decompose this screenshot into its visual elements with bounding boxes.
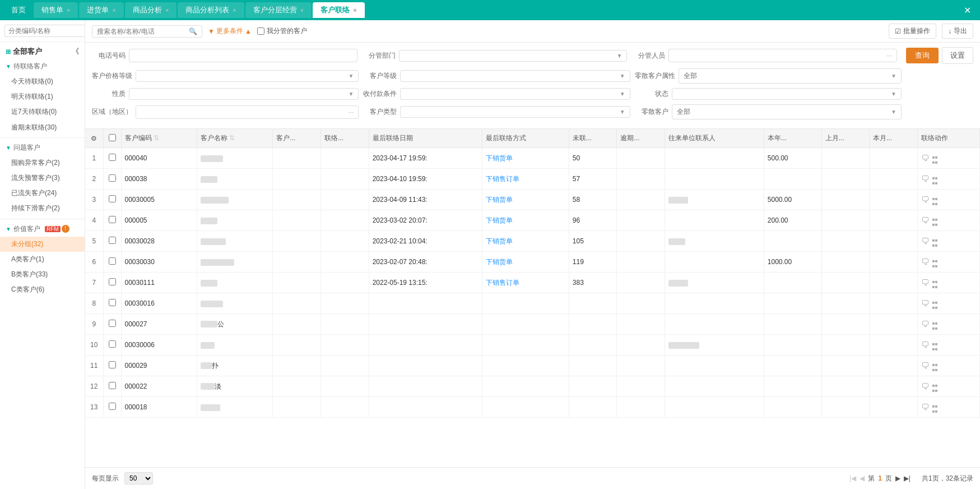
contact-phone-icon[interactable]: 🗨 bbox=[921, 278, 929, 287]
contact-phone-icon[interactable]: 🗨 bbox=[921, 257, 929, 266]
row-checkbox[interactable] bbox=[109, 154, 116, 161]
phone-input[interactable] bbox=[129, 49, 357, 62]
sidebar-item-tomorrow[interactable]: 明天待联络(1) bbox=[0, 89, 85, 104]
retail-customer-select[interactable]: 全部 ▼ bbox=[672, 104, 902, 119]
contact-phone-icon[interactable]: 🗨 bbox=[921, 361, 929, 370]
col-name[interactable]: 客户名称 ⇅ bbox=[197, 129, 272, 148]
manager-dots-icon[interactable]: ··· bbox=[886, 52, 892, 59]
category-search-input[interactable] bbox=[4, 25, 85, 37]
sidebar-item-class-c[interactable]: C类客户(6) bbox=[0, 282, 85, 297]
close-customer-segment-icon[interactable]: × bbox=[300, 2, 304, 18]
last-method-link[interactable]: 下销售订单 bbox=[486, 279, 519, 287]
contact-phone-icon[interactable]: 🗨 bbox=[921, 403, 929, 412]
retail-attr-select[interactable]: 全部 ▼ bbox=[679, 68, 902, 84]
sidebar-item-class-b[interactable]: B类客户(33) bbox=[0, 267, 85, 282]
region-dots-icon[interactable]: ··· bbox=[348, 108, 354, 116]
grid-action-icon[interactable]: ■■■■ bbox=[932, 400, 944, 414]
select-all-checkbox[interactable] bbox=[109, 134, 116, 141]
price-level-select[interactable]: ▼ bbox=[136, 70, 359, 82]
tab-customer-contact[interactable]: 客户联络 × bbox=[313, 2, 364, 18]
last-method-link[interactable]: 下销货单 bbox=[486, 216, 513, 224]
grid-action-icon[interactable]: ■■■■ bbox=[932, 214, 944, 227]
sidebar-item-hoarding[interactable]: 囤购异常客户(2) bbox=[0, 155, 85, 170]
group-value-customers[interactable]: ▼ 价值客户 RFM ! bbox=[0, 222, 85, 237]
sidebar-item-churn-warning[interactable]: 流失预警客户(3) bbox=[0, 170, 85, 186]
last-page-btn[interactable]: ▶| bbox=[904, 474, 911, 482]
grid-action-icon[interactable]: ■■■■ bbox=[932, 297, 944, 310]
grid-action-icon[interactable]: ■■■■ bbox=[932, 234, 944, 248]
contact-phone-icon[interactable]: 🗨 bbox=[921, 174, 929, 183]
sidebar-item-7days[interactable]: 近7天待联络(0) bbox=[0, 104, 85, 119]
row-checkbox[interactable] bbox=[109, 237, 116, 244]
row-checkbox[interactable] bbox=[109, 320, 116, 327]
contact-phone-icon[interactable]: 🗨 bbox=[921, 320, 929, 329]
group-pending-contact[interactable]: ▼ 待联络客户 bbox=[0, 59, 85, 74]
contact-phone-icon[interactable]: 🗨 bbox=[921, 340, 929, 349]
grid-action-icon[interactable]: ■■■■ bbox=[932, 151, 944, 165]
tab-purchase-order[interactable]: 进货单 × bbox=[79, 2, 123, 18]
row-checkbox[interactable] bbox=[109, 299, 116, 306]
tab-customer-segment[interactable]: 客户分层经营 × bbox=[245, 2, 312, 18]
reset-btn[interactable]: 设置 bbox=[942, 47, 973, 64]
row-checkbox[interactable] bbox=[109, 216, 116, 223]
more-conditions-btn[interactable]: ▼ 更多条件 ▲ bbox=[208, 26, 252, 36]
last-method-link[interactable]: 下销货单 bbox=[486, 258, 513, 266]
per-page-select[interactable]: 50 20 100 bbox=[124, 472, 153, 485]
row-checkbox[interactable] bbox=[109, 257, 116, 265]
group-problem-customers[interactable]: ▼ 问题客户 bbox=[0, 140, 85, 155]
tab-product-analysis-list[interactable]: 商品分析列表 × bbox=[178, 2, 244, 18]
last-method-link[interactable]: 下销货单 bbox=[486, 154, 513, 162]
my-customers-checkbox[interactable] bbox=[257, 27, 264, 35]
manager-select[interactable]: ··· bbox=[668, 49, 897, 62]
query-btn[interactable]: 查询 bbox=[906, 48, 939, 63]
dept-select[interactable]: ▼ bbox=[399, 50, 628, 62]
last-method-link[interactable]: 下销货单 bbox=[486, 196, 513, 204]
sidebar-item-overdue[interactable]: 逾期未联络(30) bbox=[0, 120, 85, 135]
tab-product-analysis[interactable]: 商品分析 × bbox=[125, 2, 177, 18]
last-method-link[interactable]: 下销售订单 bbox=[486, 175, 519, 183]
contact-phone-icon[interactable]: 🗨 bbox=[921, 382, 929, 391]
customer-search-input[interactable] bbox=[97, 27, 187, 35]
col-settings[interactable]: ⚙ bbox=[85, 129, 103, 148]
contact-phone-icon[interactable]: 🗨 bbox=[921, 299, 929, 308]
export-btn[interactable]: ↓ 导出 bbox=[942, 24, 973, 39]
contact-phone-icon[interactable]: 🗨 bbox=[921, 195, 929, 204]
prev-page-btn[interactable]: ◀ bbox=[860, 474, 865, 482]
contact-phone-icon[interactable]: 🗨 bbox=[921, 237, 929, 246]
grid-action-icon[interactable]: ■■■■ bbox=[932, 276, 944, 289]
batch-operation-btn[interactable]: ☑ 批量操作 bbox=[889, 24, 936, 39]
sidebar-item-ungrouped[interactable]: 未分组(32) bbox=[0, 237, 85, 252]
contact-phone-icon[interactable]: 🗨 bbox=[921, 154, 929, 163]
close-product-list-icon[interactable]: × bbox=[233, 2, 236, 18]
sidebar-item-declining[interactable]: 持续下滑客户(2) bbox=[0, 201, 85, 216]
grid-action-icon[interactable]: ■■■■ bbox=[932, 359, 944, 372]
close-sales-order-icon[interactable]: × bbox=[67, 2, 70, 18]
row-checkbox[interactable] bbox=[109, 382, 116, 389]
contact-phone-icon[interactable]: 🗨 bbox=[921, 216, 929, 225]
tab-sales-order[interactable]: 销售单 × bbox=[34, 2, 78, 18]
grid-action-icon[interactable]: ■■■■ bbox=[932, 317, 944, 331]
last-method-link[interactable]: 下销货单 bbox=[486, 237, 513, 245]
row-checkbox[interactable] bbox=[109, 361, 116, 368]
customer-type-select[interactable]: ▼ bbox=[400, 106, 630, 118]
close-customer-contact-icon[interactable]: × bbox=[353, 2, 356, 18]
sidebar-item-class-a[interactable]: A类客户(1) bbox=[0, 252, 85, 267]
sidebar-collapse-icon[interactable]: 《 bbox=[72, 47, 79, 57]
close-purchase-order-icon[interactable]: × bbox=[112, 2, 115, 18]
sidebar-item-churned[interactable]: 已流失客户(24) bbox=[0, 186, 85, 201]
row-checkbox[interactable] bbox=[109, 278, 116, 285]
close-product-analysis-icon[interactable]: × bbox=[165, 2, 169, 18]
col-code[interactable]: 客户编码 ⇅ bbox=[121, 129, 197, 148]
grid-action-icon[interactable]: ■■■■ bbox=[932, 193, 944, 206]
payment-select[interactable]: ▼ bbox=[400, 88, 630, 100]
sidebar-item-today[interactable]: 今天待联络(0) bbox=[0, 74, 85, 89]
grid-action-icon[interactable]: ■■■■ bbox=[932, 338, 944, 352]
grid-action-icon[interactable]: ■■■■ bbox=[932, 255, 944, 269]
home-tab[interactable]: 首页 bbox=[4, 5, 32, 15]
row-checkbox[interactable] bbox=[109, 195, 116, 202]
customer-level-select[interactable]: ▼ bbox=[400, 70, 630, 82]
my-customers-filter[interactable]: 我分管的客户 bbox=[257, 26, 307, 36]
row-checkbox[interactable] bbox=[109, 403, 116, 410]
status-select[interactable]: ▼ bbox=[672, 88, 902, 100]
grid-action-icon[interactable]: ■■■■ bbox=[932, 380, 944, 393]
